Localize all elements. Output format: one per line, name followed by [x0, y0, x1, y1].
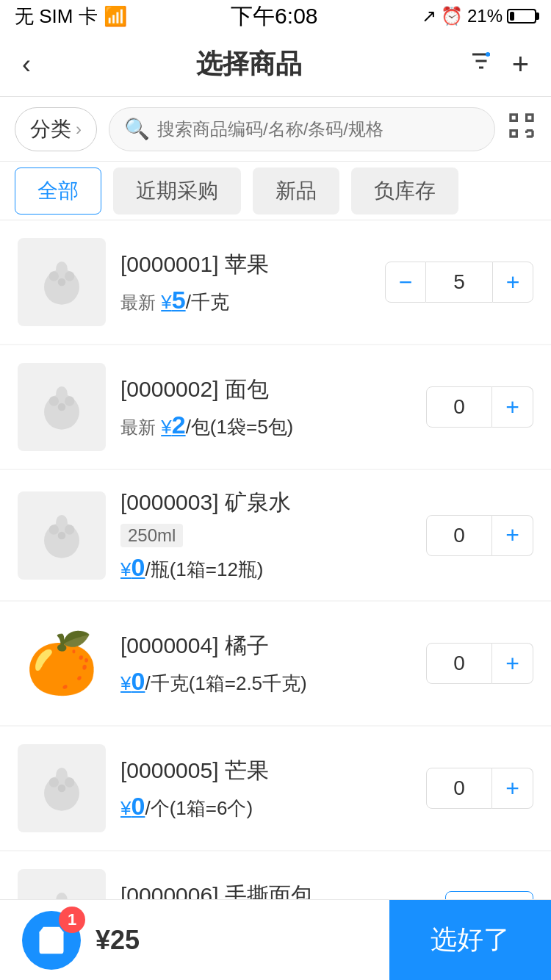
- product-price: 最新 ¥2/包(1袋=5包): [120, 411, 411, 440]
- cart-badge: 1: [59, 907, 85, 933]
- svg-point-20: [58, 403, 66, 411]
- status-time: 下午6:08: [231, 1, 317, 32]
- product-name: [0000002] 面包: [120, 375, 411, 405]
- quantity-control: − +: [385, 262, 533, 303]
- product-name: [0000003] 矿泉水: [120, 488, 411, 518]
- page-title: 选择商品: [196, 46, 302, 82]
- quantity-input[interactable]: [426, 262, 492, 303]
- svg-point-3: [486, 52, 490, 57]
- quantity-control: +: [426, 515, 533, 556]
- nav-left: ‹: [22, 49, 31, 80]
- quantity-input[interactable]: [426, 768, 492, 809]
- tab-negative[interactable]: 负库存: [351, 167, 458, 215]
- decrease-button[interactable]: −: [385, 262, 426, 303]
- search-input[interactable]: [157, 119, 480, 140]
- quantity-input[interactable]: [426, 515, 492, 556]
- price-value: ¥0: [120, 672, 145, 694]
- confirm-button[interactable]: 选好了: [389, 900, 551, 981]
- price-unit: /瓶: [145, 558, 169, 580]
- tab-new[interactable]: 新品: [253, 167, 339, 215]
- svg-point-28: [49, 777, 59, 787]
- product-thumb: 🍊: [18, 619, 106, 707]
- tab-recent[interactable]: 近期采购: [113, 167, 241, 215]
- product-name: [0000004] 橘子: [120, 631, 411, 661]
- battery-icon: [507, 9, 536, 24]
- back-button[interactable]: ‹: [22, 49, 31, 80]
- product-info: [0000002] 面包 最新 ¥2/包(1袋=5包): [120, 375, 411, 440]
- list-item: [0000001] 苹果 最新 ¥5/千克 − +: [0, 220, 551, 344]
- svg-point-15: [58, 278, 66, 287]
- svg-rect-4: [511, 115, 516, 120]
- package-info: (1袋=5包): [210, 416, 293, 438]
- tab-bar: 全部 近期采购 新品 负库存: [0, 162, 551, 220]
- filter-bar: 分类 › 🔍: [0, 97, 551, 162]
- package-info: (1箱=6个): [170, 797, 253, 819]
- status-left: 无 SIM 卡 📶: [15, 4, 127, 29]
- product-price: 最新 ¥5/千克: [120, 286, 370, 315]
- tab-all[interactable]: 全部: [15, 167, 101, 215]
- quantity-control: +: [426, 643, 533, 684]
- product-price: ¥0/个(1箱=6个): [120, 792, 411, 821]
- status-right: ↗ ⏰ 21%: [422, 6, 536, 26]
- price-unit: /个: [145, 797, 169, 819]
- price-value: ¥2: [161, 416, 185, 438]
- latest-label: 最新: [120, 417, 156, 437]
- quantity-input[interactable]: [426, 643, 492, 684]
- package-info: (1箱=2.5千克): [189, 672, 307, 694]
- placeholder-icon: [32, 253, 91, 311]
- price-unit: /千克: [145, 672, 188, 694]
- carrier-text: 无 SIM 卡: [15, 4, 98, 29]
- product-info: [0000004] 橘子 ¥0/千克(1箱=2.5千克): [120, 631, 411, 696]
- product-thumb: [18, 491, 106, 580]
- list-item: [0000002] 面包 最新 ¥2/包(1袋=5包) +: [0, 345, 551, 469]
- price-unit: /千克: [186, 291, 229, 313]
- cart-total: ¥25: [96, 925, 140, 956]
- placeholder-icon: [32, 378, 91, 436]
- svg-point-13: [49, 271, 59, 281]
- category-button[interactable]: 分类 ›: [15, 107, 97, 151]
- product-info: [0000001] 苹果 最新 ¥5/千克: [120, 250, 370, 315]
- product-name: [0000005] 芒果: [120, 756, 411, 786]
- increase-button[interactable]: +: [492, 515, 533, 556]
- search-icon: 🔍: [124, 117, 150, 141]
- product-list: [0000001] 苹果 最新 ¥5/千克 − + [0000002] 面包: [0, 220, 551, 980]
- scan-icon[interactable]: [507, 111, 536, 147]
- increase-button[interactable]: +: [492, 386, 533, 428]
- product-thumb: [18, 238, 106, 326]
- increase-button[interactable]: +: [492, 262, 533, 303]
- svg-point-23: [49, 525, 59, 534]
- status-bar: 无 SIM 卡 📶 下午6:08 ↗ ⏰ 21%: [0, 0, 551, 32]
- category-label: 分类: [30, 115, 71, 143]
- quantity-control: +: [426, 768, 533, 809]
- svg-point-24: [65, 525, 74, 534]
- location-icon: ↗: [422, 6, 436, 26]
- orange-image: 🍊: [25, 634, 98, 693]
- add-button[interactable]: +: [512, 48, 529, 81]
- svg-point-25: [58, 531, 66, 539]
- increase-button[interactable]: +: [492, 768, 533, 809]
- quantity-control: +: [426, 386, 533, 428]
- cart-icon-wrap[interactable]: 1: [22, 911, 81, 970]
- product-info: [0000005] 芒果 ¥0/个(1箱=6个): [120, 756, 411, 821]
- list-item: [0000003] 矿泉水 250ml ¥0/瓶(1箱=12瓶) +: [0, 470, 551, 600]
- cart-section: 1 ¥25: [0, 911, 389, 970]
- price-unit: /包: [186, 416, 210, 438]
- placeholder-icon: [32, 759, 91, 818]
- price-value: ¥0: [120, 797, 145, 819]
- quantity-input[interactable]: [426, 386, 492, 428]
- product-info: [0000003] 矿泉水 250ml ¥0/瓶(1箱=12瓶): [120, 488, 411, 583]
- svg-point-18: [49, 396, 59, 406]
- package-info: (1箱=12瓶): [170, 558, 264, 580]
- price-value: ¥5: [161, 291, 185, 313]
- product-thumb: [18, 744, 106, 832]
- svg-rect-5: [527, 115, 533, 120]
- increase-button[interactable]: +: [492, 643, 533, 684]
- product-name: [0000001] 苹果: [120, 250, 370, 280]
- svg-point-19: [65, 396, 74, 406]
- battery-percent: 21%: [467, 6, 503, 26]
- price-value: ¥0: [120, 558, 145, 580]
- filter-button[interactable]: [468, 48, 494, 81]
- nav-right: +: [468, 48, 529, 81]
- alarm-icon: ⏰: [441, 6, 463, 26]
- bottom-bar: 1 ¥25 选好了: [0, 899, 551, 980]
